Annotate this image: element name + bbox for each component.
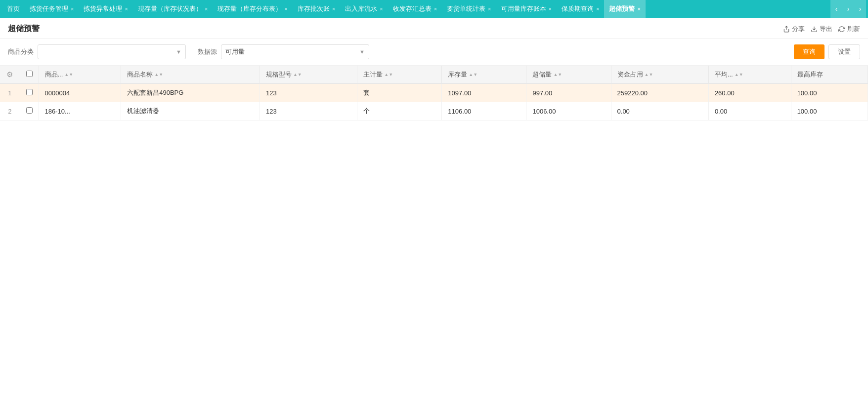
nav-inventory-dist[interactable]: 现存量（库存分布表） × bbox=[213, 0, 292, 18]
settings-button[interactable]: 设置 bbox=[828, 44, 860, 59]
page-title: 超储预警 bbox=[8, 24, 40, 34]
filter-area: 商品分类 ▼ 数据源 可用量 ▼ 查询 设置 bbox=[0, 39, 868, 66]
sort-icon: ▲▼ bbox=[154, 73, 163, 77]
close-icon[interactable]: × bbox=[434, 6, 437, 12]
col-spec-header[interactable]: 规格型号 ▲▼ bbox=[260, 66, 357, 84]
row-index: 1 bbox=[0, 84, 20, 102]
nav-abnormal[interactable]: 拣货异常处理 × bbox=[79, 0, 132, 18]
export-button[interactable]: 导出 bbox=[811, 25, 832, 34]
row-spec: 123 bbox=[260, 84, 357, 102]
col-unit-header[interactable]: 主计量 ▲▼ bbox=[357, 66, 442, 84]
col-overstock-header[interactable]: 超储量 ▲▼ bbox=[526, 66, 611, 84]
table-row: 2 186-10... 机油滤清器 123 个 1106.00 1006.00 … bbox=[0, 102, 868, 120]
row-code: 0000004 bbox=[39, 84, 121, 102]
col-maxstock-header[interactable]: 最高库存 bbox=[791, 66, 868, 84]
close-icon[interactable]: × bbox=[380, 6, 383, 12]
col-check bbox=[20, 66, 39, 84]
row-checkbox-cell bbox=[20, 102, 39, 120]
col-gear: ⚙ bbox=[0, 66, 20, 84]
nav-prev-button[interactable]: ‹ bbox=[830, 0, 842, 18]
row-avg: 260.00 bbox=[708, 84, 791, 102]
row-avg: 0.00 bbox=[708, 102, 791, 120]
table-body: 1 0000004 六配套新昌490BPG 123 套 1097.00 997.… bbox=[0, 84, 868, 120]
header-actions: 分享 导出 刷新 bbox=[783, 25, 860, 34]
close-icon[interactable]: × bbox=[125, 6, 128, 12]
nav-expiry[interactable]: 保质期查询 × bbox=[557, 0, 604, 18]
row-checkbox[interactable] bbox=[26, 89, 33, 95]
data-table: ⚙ 商品... ▲▼ 商品名称 ▲▼ bbox=[0, 66, 868, 120]
close-icon[interactable]: × bbox=[488, 6, 491, 12]
category-label: 商品分类 bbox=[8, 47, 34, 56]
nav-order-stats[interactable]: 要货单统计表 × bbox=[442, 0, 496, 18]
sort-icon: ▲▼ bbox=[553, 73, 562, 77]
col-capital-header[interactable]: 资金占用 ▲▼ bbox=[611, 66, 708, 84]
page-header: 超储预警 分享 导出 刷新 bbox=[0, 18, 868, 39]
export-icon bbox=[811, 26, 818, 33]
nav-more-button[interactable]: › bbox=[854, 0, 866, 18]
row-checkbox-cell bbox=[20, 84, 39, 102]
row-unit: 个 bbox=[357, 102, 442, 120]
row-capital: 259220.00 bbox=[611, 84, 708, 102]
nav-recv-summary[interactable]: 收发存汇总表 × bbox=[388, 0, 442, 18]
close-icon[interactable]: × bbox=[332, 6, 335, 12]
datasource-label: 数据源 bbox=[198, 47, 217, 56]
chevron-down-icon: ▼ bbox=[176, 49, 181, 55]
nav-task-mgmt[interactable]: 拣货任务管理 × bbox=[25, 0, 79, 18]
share-icon bbox=[783, 26, 790, 33]
sort-icon: ▲▼ bbox=[64, 73, 73, 77]
close-icon[interactable]: × bbox=[71, 6, 74, 12]
datasource-select[interactable]: 可用量 ▼ bbox=[221, 44, 369, 59]
col-code-header[interactable]: 商品... ▲▼ bbox=[39, 66, 121, 84]
row-maxstock: 100.00 bbox=[791, 102, 868, 120]
sort-icon: ▲▼ bbox=[384, 73, 393, 77]
col-avg-header[interactable]: 平均... ▲▼ bbox=[708, 66, 791, 84]
sort-icon: ▲▼ bbox=[735, 73, 743, 77]
table-container: ⚙ 商品... ▲▼ 商品名称 ▲▼ bbox=[0, 66, 868, 120]
page-container: 超储预警 分享 导出 刷新 商品分类 ▼ 数据源 bbox=[0, 18, 868, 395]
col-name-header[interactable]: 商品名称 ▲▼ bbox=[121, 66, 260, 84]
refresh-icon bbox=[838, 26, 845, 33]
row-checkbox[interactable] bbox=[26, 107, 33, 114]
row-stock: 1097.00 bbox=[442, 84, 526, 102]
nav-avail-account[interactable]: 可用量库存账本 × bbox=[496, 0, 557, 18]
nav-inventory-status[interactable]: 现存量（库存状况表） × bbox=[133, 0, 213, 18]
row-name: 六配套新昌490BPG bbox=[121, 84, 260, 102]
sort-icon: ▲▼ bbox=[645, 73, 653, 77]
datasource-value: 可用量 bbox=[225, 47, 245, 56]
nav-home[interactable]: 首页 bbox=[2, 0, 25, 18]
sort-icon: ▲▼ bbox=[469, 73, 477, 77]
row-stock: 1106.00 bbox=[442, 102, 526, 120]
chevron-down-icon: ▼ bbox=[359, 49, 365, 55]
category-select[interactable]: ▼ bbox=[38, 44, 186, 59]
close-icon[interactable]: × bbox=[549, 6, 552, 12]
row-overstock: 997.00 bbox=[526, 84, 611, 102]
close-icon[interactable]: × bbox=[284, 6, 287, 12]
sort-icon: ▲▼ bbox=[293, 73, 302, 77]
filter-actions: 查询 设置 bbox=[794, 44, 860, 59]
row-index: 2 bbox=[0, 102, 20, 120]
row-capital: 0.00 bbox=[611, 102, 708, 120]
row-spec: 123 bbox=[260, 102, 357, 120]
row-overstock: 1006.00 bbox=[526, 102, 611, 120]
top-nav: 首页 拣货任务管理 × 拣货异常处理 × 现存量（库存状况表） × 现存量（库存… bbox=[0, 0, 868, 18]
nav-next-button[interactable]: › bbox=[842, 0, 854, 18]
select-all-checkbox[interactable] bbox=[26, 71, 33, 77]
share-button[interactable]: 分享 bbox=[783, 25, 805, 34]
nav-overstock[interactable]: 超储预警 × bbox=[604, 0, 645, 18]
category-filter-group: 商品分类 ▼ bbox=[8, 44, 186, 59]
query-button[interactable]: 查询 bbox=[794, 44, 825, 59]
table-row: 1 0000004 六配套新昌490BPG 123 套 1097.00 997.… bbox=[0, 84, 868, 102]
datasource-filter-group: 数据源 可用量 ▼ bbox=[198, 44, 369, 59]
nav-arrows: ‹ › › bbox=[830, 0, 866, 18]
table-header-row: ⚙ 商品... ▲▼ 商品名称 ▲▼ bbox=[0, 66, 868, 84]
nav-batch-account[interactable]: 库存批次账 × bbox=[293, 0, 340, 18]
close-icon[interactable]: × bbox=[637, 6, 640, 12]
nav-inout-flow[interactable]: 出入库流水 × bbox=[340, 0, 388, 18]
refresh-button[interactable]: 刷新 bbox=[838, 25, 860, 34]
col-stock-header[interactable]: 库存量 ▲▼ bbox=[442, 66, 526, 84]
close-icon[interactable]: × bbox=[205, 6, 208, 12]
gear-icon[interactable]: ⚙ bbox=[6, 70, 13, 79]
row-maxstock: 100.00 bbox=[791, 84, 868, 102]
row-unit: 套 bbox=[357, 84, 442, 102]
close-icon[interactable]: × bbox=[596, 6, 599, 12]
